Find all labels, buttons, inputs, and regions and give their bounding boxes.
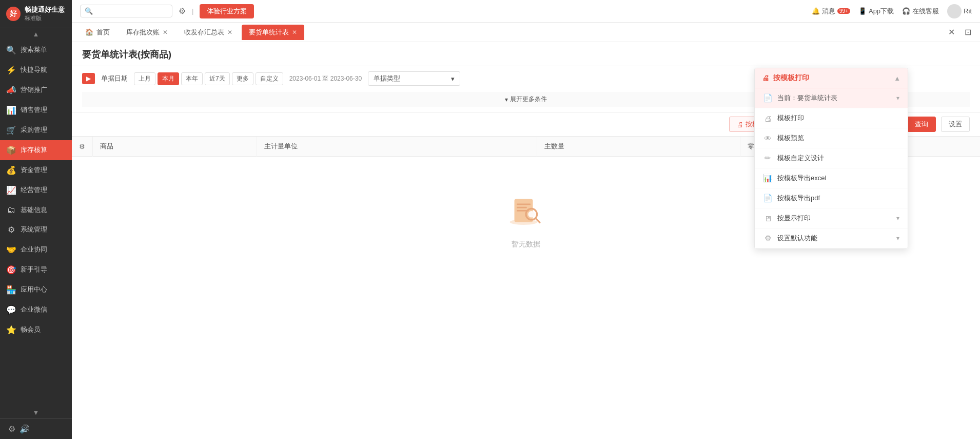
filter-date-custom[interactable]: 自定义 xyxy=(256,72,283,85)
col-settings[interactable]: ⚙ xyxy=(72,137,93,157)
marketing-icon: 📣 xyxy=(6,85,16,95)
sidebar-item-label-member: 畅会员 xyxy=(21,325,41,334)
sidebar-item-inventory[interactable]: 📦 库存核算 xyxy=(0,140,72,160)
logo-icon: 好 xyxy=(6,7,21,21)
empty-illustration xyxy=(503,187,549,234)
query-btn[interactable]: 查询 xyxy=(907,117,936,132)
default-func-left: ⚙ 设置默认功能 xyxy=(763,234,817,243)
current-template-left: 📄 当前：要货单统计表 xyxy=(763,93,837,103)
sidebar-nav: 🔍 搜索菜单 ⚡ 快捷导航 📣 营销推广 📊 销售管理 🛒 采购管理 📦 库存核… xyxy=(0,40,72,407)
tab-batch-account[interactable]: 库存批次账 ✕ xyxy=(119,25,175,40)
sidebar-scroll-down[interactable]: ▼ xyxy=(0,407,72,418)
home-icon: 🏠 xyxy=(85,28,93,36)
search-icon: 🔍 xyxy=(6,45,16,55)
default-func-icon: ⚙ xyxy=(763,234,772,243)
app-name: 畅捷通好生意 xyxy=(25,5,65,14)
appstore-icon: 🏪 xyxy=(6,285,16,295)
sidebar-item-finance[interactable]: 💰 资金管理 xyxy=(0,160,72,180)
sidebar-item-label-system: 系统管理 xyxy=(21,225,47,234)
sound-icon[interactable]: 🔊 xyxy=(19,424,30,434)
print-dropdown-title-label: 按模板打印 xyxy=(773,73,809,83)
sidebar-item-purchase[interactable]: 🛒 采购管理 xyxy=(0,120,72,140)
dropdown-template-preview[interactable]: 👁 模板预览 xyxy=(755,128,908,148)
default-func-chevron: ▾ xyxy=(896,235,899,242)
notification-btn[interactable]: 🔔 消息 99+ xyxy=(812,7,850,16)
tab-collection-close[interactable]: ✕ xyxy=(227,29,232,36)
tab-maximize-btn[interactable]: ⊡ xyxy=(962,26,974,39)
app-logo: 好 畅捷通好生意 标准版 xyxy=(0,0,72,28)
system-icon: ⚙ xyxy=(6,225,16,235)
tab-collection-summary[interactable]: 收发存汇总表 ✕ xyxy=(177,25,240,40)
finance-icon: 💰 xyxy=(6,165,16,175)
settings-btn[interactable]: 设置 xyxy=(941,117,970,132)
filter-date-prev-month[interactable]: 上月 xyxy=(134,72,155,85)
tab-bar: 🏠 首页 库存批次账 ✕ 收发存汇总表 ✕ 要货单统计表 ✕ ✕ ⊡ xyxy=(72,23,980,42)
username: Rit xyxy=(964,7,972,15)
user-avatar-area[interactable]: Rit xyxy=(947,4,972,18)
page-content: 要货单统计表(按商品) ▶ 单据日期 上月 本月 本年 近7天 更多 自定义 2… xyxy=(72,42,980,439)
online-service-btn[interactable]: 🎧 在线客服 xyxy=(902,7,939,16)
sidebar-item-wechat[interactable]: 💬 企业微信 xyxy=(0,300,72,320)
sidebar-item-collab[interactable]: 🤝 企业协同 xyxy=(0,240,72,260)
print-icon: 🖨 xyxy=(762,74,769,82)
tab-collection-label: 收发存汇总表 xyxy=(184,28,224,37)
settings-bottom-icon[interactable]: ⚙ xyxy=(8,424,15,434)
dropdown-template-design[interactable]: ✏ 模板自定义设计 xyxy=(755,148,908,168)
sidebar-item-marketing[interactable]: 📣 营销推广 xyxy=(0,80,72,100)
sidebar-item-label-wechat: 企业微信 xyxy=(21,305,47,314)
app-download-btn[interactable]: 📱 App下载 xyxy=(858,7,894,16)
dropdown-template-print[interactable]: 🖨 模板打印 xyxy=(755,108,908,128)
filter-date-current-month[interactable]: 本月 xyxy=(158,72,179,85)
tab-order-close[interactable]: ✕ xyxy=(292,29,297,36)
notification-label: 消息 xyxy=(822,7,835,16)
tab-close-window-btn[interactable]: ✕ xyxy=(945,26,957,39)
sidebar-item-appstore[interactable]: 🏪 应用中心 xyxy=(0,280,72,300)
sidebar-item-basic[interactable]: 🗂 基础信息 xyxy=(0,200,72,220)
filter-date-group: 上月 本月 本年 近7天 更多 自定义 xyxy=(134,72,283,85)
filter-date-label: 单据日期 xyxy=(101,74,128,83)
trial-btn[interactable]: 体验行业方案 xyxy=(200,4,254,18)
print-dropdown-header[interactable]: 🖨 按模板打印 ▲ xyxy=(755,68,908,88)
sidebar-item-guide[interactable]: 🎯 新手引导 xyxy=(0,260,72,280)
sidebar-item-sales[interactable]: 📊 销售管理 xyxy=(0,100,72,120)
sidebar-item-member[interactable]: ⭐ 畅会员 xyxy=(0,320,72,340)
dropdown-template-excel[interactable]: 📊 按模板导出excel xyxy=(755,168,908,188)
filter-type-select[interactable]: 单据类型 ▾ xyxy=(368,71,460,86)
dropdown-template-pdf[interactable]: 📄 按模板导出pdf xyxy=(755,188,908,208)
default-func-label: 设置默认功能 xyxy=(777,234,817,243)
tab-order-stats[interactable]: 要货单统计表 ✕ xyxy=(242,25,304,40)
printer-icon: 🖨 xyxy=(737,121,743,128)
chevron-up-icon: ▲ xyxy=(894,74,900,82)
sidebar-item-label-search: 搜索菜单 xyxy=(21,45,47,54)
svg-point-7 xyxy=(528,211,535,218)
sidebar-item-label-operation: 经营管理 xyxy=(21,185,47,195)
online-service-label: 在线客服 xyxy=(912,7,939,16)
display-print-left: 🖥 按显示打印 xyxy=(763,214,811,223)
topbar-gear-icon[interactable]: ⚙ xyxy=(179,6,186,16)
sidebar-item-system[interactable]: ⚙ 系统管理 xyxy=(0,220,72,240)
dropdown-display-print[interactable]: 🖥 按显示打印 ▾ xyxy=(755,208,908,228)
guide-icon: 🎯 xyxy=(6,265,16,275)
current-template-chevron: ▾ xyxy=(896,94,899,102)
tab-home[interactable]: 🏠 首页 xyxy=(78,25,117,40)
sidebar-item-label-quick-nav: 快捷导航 xyxy=(21,65,47,74)
tab-batch-close[interactable]: ✕ xyxy=(163,29,168,36)
inventory-icon: 📦 xyxy=(6,145,16,155)
sidebar-item-operation[interactable]: 📈 经营管理 xyxy=(0,180,72,200)
page-header: 要货单统计表(按商品) xyxy=(72,42,980,66)
sidebar-scroll-up[interactable]: ▲ xyxy=(0,28,72,40)
dropdown-default-func[interactable]: ⚙ 设置默认功能 ▾ xyxy=(755,228,908,249)
filter-date-more[interactable]: 更多 xyxy=(232,72,253,85)
filter-date-7days[interactable]: 近7天 xyxy=(205,72,230,85)
col-unit: 主计量单位 xyxy=(257,137,537,157)
topbar-search-box[interactable]: 🔍 xyxy=(80,5,172,17)
filter-date-current-year[interactable]: 本年 xyxy=(181,72,203,85)
template-excel-label: 按模板导出excel xyxy=(777,174,826,183)
sidebar-item-search[interactable]: 🔍 搜索菜单 xyxy=(0,40,72,60)
print-dropdown-header-right: ▲ xyxy=(894,74,900,82)
dropdown-current-template[interactable]: 📄 当前：要货单统计表 ▾ xyxy=(755,88,908,108)
filter-expand-btn[interactable]: ▶ xyxy=(82,73,95,84)
tab-order-label: 要货单统计表 xyxy=(249,28,289,37)
template-print-icon: 🖨 xyxy=(763,114,772,123)
sidebar-item-quick-nav[interactable]: ⚡ 快捷导航 xyxy=(0,60,72,80)
